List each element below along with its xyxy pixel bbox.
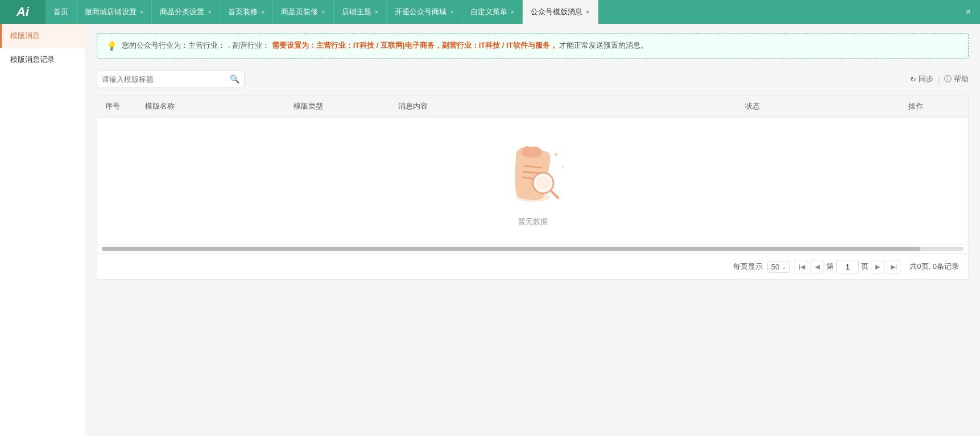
top-navigation: Ai 首页 微商城店铺设置 × 商品分类设置 × 首页装修 × 商品页装修 × … [0, 0, 980, 24]
empty-text: 暂无数据 [518, 217, 548, 227]
total-info: 共0页, 0条记录 [909, 261, 959, 272]
bulb-icon: 💡 [106, 41, 117, 51]
close-all-button[interactable]: × [957, 7, 980, 17]
tab-template-msg[interactable]: 公众号模版消息 × [523, 0, 598, 24]
th-action: 操作 [864, 95, 968, 117]
tab-product-decoration[interactable]: 商品页装修 × [273, 0, 333, 24]
notice-text: 您的公众号行业为：主营行业：，副营行业： 需要设置为：主营行业：IT科技 / 互… [122, 40, 648, 51]
empty-state: ✦ ✦ 暂无数据 [97, 118, 968, 244]
first-page-button[interactable]: |◀ [795, 260, 808, 273]
page-label-before: 第 [826, 261, 834, 272]
help-icon: ⓘ [944, 74, 952, 84]
sync-button[interactable]: ↻ 同步 [910, 74, 933, 84]
sidebar-item-template-record[interactable]: 模版消息记录 [0, 48, 85, 72]
search-row: 🔍 ↻ 同步 | ⓘ 帮助 [97, 70, 969, 88]
tab-custom-menu[interactable]: 自定义菜单 × [462, 0, 523, 24]
tab-close-category-setting[interactable]: × [208, 9, 211, 15]
chevron-down-icon: ⌄ [781, 264, 786, 270]
page-label-after: 页 [861, 261, 869, 272]
tab-close-template-msg[interactable]: × [586, 9, 589, 15]
svg-point-5 [536, 176, 551, 190]
svg-line-6 [551, 190, 558, 198]
tab-close-custom-menu[interactable]: × [511, 9, 514, 15]
tab-close-home-decoration[interactable]: × [261, 9, 264, 15]
scrollbar-row[interactable] [97, 244, 968, 254]
last-page-button[interactable]: ▶| [887, 260, 900, 273]
help-button[interactable]: ⓘ 帮助 [944, 74, 969, 84]
notice-box: 💡 您的公众号行业为：主营行业：，副营行业： 需要设置为：主营行业：IT科技 /… [97, 33, 969, 59]
page-navigation: |◀ ◀ 第 页 ▶ ▶| [795, 260, 900, 273]
tab-close-shop-setting[interactable]: × [140, 9, 143, 15]
svg-text:✦: ✦ [560, 164, 565, 170]
scrollbar-track[interactable] [102, 247, 964, 251]
search-input-wrap: 🔍 [97, 70, 245, 88]
tab-close-shop-theme[interactable]: × [375, 9, 378, 15]
th-name: 模版名称 [137, 95, 286, 117]
per-page-select[interactable]: 50 ⌄ [767, 261, 790, 273]
tab-shop-setting[interactable]: 微商城店铺设置 × [77, 0, 152, 24]
next-page-button[interactable]: ▶ [871, 260, 884, 273]
main-content: 💡 您的公众号行业为：主营行业：，副营行业： 需要设置为：主营行业：IT科技 /… [85, 24, 980, 436]
table-header: 序号 模版名称 模版类型 消息内容 状态 操作 [97, 95, 968, 118]
svg-text:✦: ✦ [553, 150, 560, 159]
sidebar: 模版消息 模版消息记录 [0, 24, 85, 436]
tab-home[interactable]: 首页 [46, 0, 77, 24]
tab-bar: 首页 微商城店铺设置 × 商品分类设置 × 首页装修 × 商品页装修 × 店铺主… [46, 0, 957, 24]
th-seq: 序号 [97, 95, 137, 117]
search-input[interactable] [102, 75, 230, 84]
per-page-label: 每页显示 [733, 261, 763, 272]
page-number-input[interactable] [836, 260, 859, 273]
main-layout: 模版消息 模版消息记录 💡 您的公众号行业为：主营行业：，副营行业： 需要设置为… [0, 24, 980, 436]
prev-page-button[interactable]: ◀ [811, 260, 824, 273]
app-logo: Ai [0, 0, 46, 24]
scrollbar-thumb[interactable] [102, 247, 920, 251]
empty-illustration: ✦ ✦ [499, 140, 567, 209]
pagination-row: 每页显示 50 ⌄ |◀ ◀ 第 页 ▶ ▶| 共0页, 0条记录 [97, 254, 968, 279]
th-type: 模版类型 [286, 95, 390, 117]
data-table: 序号 模版名称 模版类型 消息内容 状态 操作 [97, 95, 969, 280]
th-content: 消息内容 [390, 95, 738, 117]
toolbar-right: ↻ 同步 | ⓘ 帮助 [910, 74, 969, 84]
tab-category-setting[interactable]: 商品分类设置 × [152, 0, 220, 24]
toolbar-divider: | [938, 75, 940, 84]
tab-shop-theme[interactable]: 店铺主题 × [334, 0, 387, 24]
search-icon[interactable]: 🔍 [230, 74, 239, 84]
sync-icon: ↻ [910, 75, 916, 84]
th-status: 状态 [737, 95, 863, 117]
tab-open-mall[interactable]: 开通公众号商城 × [387, 0, 462, 24]
sidebar-item-template-msg[interactable]: 模版消息 [0, 24, 85, 48]
tab-home-decoration[interactable]: 首页装修 × [220, 0, 273, 24]
tab-close-open-mall[interactable]: × [450, 9, 453, 15]
tab-close-product-decoration[interactable]: × [321, 9, 325, 15]
